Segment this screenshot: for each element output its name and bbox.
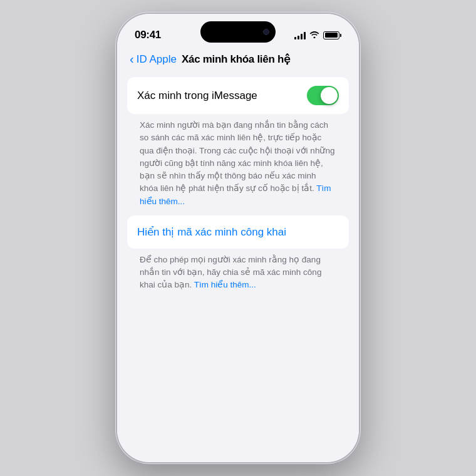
battery-icon [323,31,341,39]
action-learn-more-link[interactable]: Tìm hiểu thêm... [194,280,256,289]
status-time: 09:41 [135,29,161,41]
chevron-left-icon: ‹ [130,53,134,65]
page-title: Xác minh khóa liên hệ [182,53,290,66]
content-area: Xác minh trong iMessage Xác minh người m… [117,72,359,462]
status-bar: 09:41 [117,14,359,48]
show-public-key-label[interactable]: Hiển thị mã xác minh công khai [137,225,339,239]
camera-dot [263,29,269,35]
nav-bar: ‹ ID Apple Xác minh khóa liên hệ [117,48,359,72]
toggle-label: Xác minh trong iMessage [137,90,257,102]
phone-frame: 09:41 [116,13,360,463]
show-public-key-card[interactable]: Hiển thị mã xác minh công khai [127,215,349,249]
toggle-description-text: Xác minh người mà bạn đang nhắn tin bằng… [140,120,334,193]
toggle-description: Xác minh người mà bạn đang nhắn tin bằng… [127,119,349,215]
back-button[interactable]: ‹ ID Apple [130,53,177,66]
back-label[interactable]: ID Apple [137,53,177,66]
imessage-verification-toggle[interactable] [307,86,339,105]
status-icons [294,31,341,40]
wifi-icon [309,31,319,40]
toggle-row: Xác minh trong iMessage [127,77,349,114]
screen: 09:41 [117,14,359,462]
signal-icon [294,31,306,39]
action-description: Để cho phép mọi người xác minh rằng họ đ… [127,254,349,292]
dynamic-island [200,21,276,43]
toggle-card: Xác minh trong iMessage [127,77,349,114]
toggle-thumb [321,87,338,104]
